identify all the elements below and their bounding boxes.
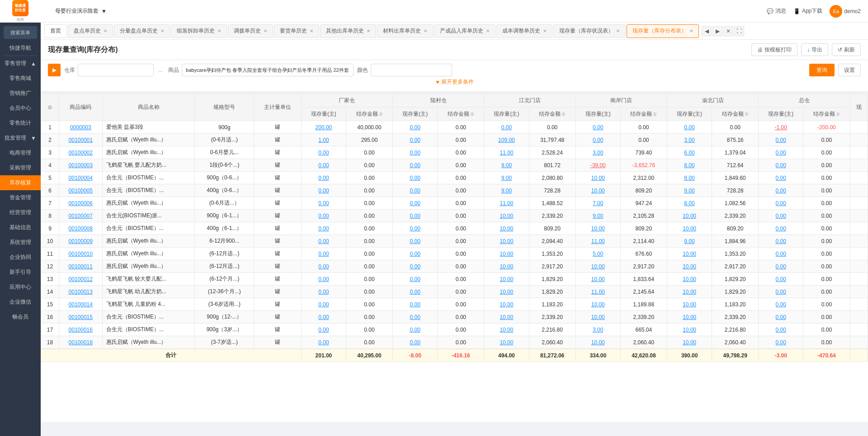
cell-w5-qty: 10.00 [667,210,712,222]
nav-tabs: 首页 盘点单历史 ✕ 分量盘点单历史 ✕ 组装拆卸单历史 ✕ 调拨单历史 ✕ 要… [41,23,868,40]
cell-current [850,235,868,248]
tab-pandian[interactable]: 盘点单历史 ✕ [68,24,113,38]
close-icon[interactable]: ✕ [104,28,107,33]
sidebar-item-label: 畅会员 [12,313,28,321]
close-icon[interactable]: ✕ [543,28,547,33]
color-label: 颜色 [357,66,368,74]
footer-w4-amt: 42,620.08 [620,349,667,362]
tab-cailiaochu[interactable]: 材料出库单历史 ✕ [377,24,433,38]
tab-yaoh[interactable]: 要货单历史 ✕ [274,24,319,38]
phone-icon: 📱 [793,8,800,14]
settings-button[interactable]: 设置 [838,64,861,76]
cell-total-qty: 0.00 [759,146,803,159]
th-unit: 主计量单位 [254,94,302,121]
tab-kucunfb[interactable]: 现存量（库存分布表） ✕ [627,24,699,38]
message-button[interactable]: 💬 消息 [767,7,786,15]
info-icon[interactable]: ① [745,112,749,117]
sidebar-item-changhyuan[interactable]: 畅会员 [0,309,41,324]
sidebar-item-xinshouyindao[interactable]: 新手引导 [0,265,41,280]
export-button[interactable]: ↓ 导出 [801,43,828,56]
sidebar-item-jichu[interactable]: 基础信息 [0,220,41,235]
cell-w1-qty: 0.00 [301,235,346,248]
sidebar-item-caigou[interactable]: 采购管理 [0,160,41,175]
cell-spec: 900g [195,121,254,134]
close-icon[interactable]: ✕ [310,28,313,33]
cell-w3-amt: 2,339.20 [529,210,576,222]
sidebar-item-xitong[interactable]: 系统管理 [0,235,41,250]
close-icon[interactable]: ✕ [486,28,490,33]
cell-code: 0000003 [59,121,103,134]
sidebar-item-pifa[interactable]: 批发管理 ▼ [0,131,41,145]
sidebar-item-lingshoul[interactable]: 零售管理 ▲ [0,56,41,71]
warehouse-input[interactable] [78,64,154,76]
search-button[interactable]: 搜索英单 [4,26,37,39]
tab-chengben[interactable]: 成本调整单历史 ✕ [496,24,552,38]
refresh-button[interactable]: ↺ 刷新 [832,43,861,56]
close-icon[interactable]: ✕ [217,28,221,33]
sidebar-item-jingying[interactable]: 经营管理 [0,205,41,220]
cell-w4-amt: 2,145.64 [620,286,667,298]
table-row: 18 00100018 惠氏启赋（Wyeth illu...） (3-7岁适..… [41,336,868,349]
sidebar-item-lingshoutj[interactable]: 零售统计 [0,116,41,131]
tab-home[interactable]: 首页 [44,24,67,38]
info-icon[interactable]: ① [836,112,840,117]
nav-expand-button[interactable]: ⛶ [734,26,744,36]
tab-chancheng[interactable]: 产成品入库单历史 ✕ [434,24,495,38]
close-icon[interactable]: ✕ [160,28,164,33]
nav-prev-button[interactable]: ◀ [702,26,712,36]
app-download-button[interactable]: 📱 App下载 [793,7,822,15]
close-icon[interactable]: ✕ [424,28,427,33]
cell-total-qty: 0.00 [759,336,803,349]
sidebar-item-qiyewx[interactable]: 企业微信 [0,295,41,309]
sidebar-item-label: 零售统计 [9,119,31,127]
tab-fenliang[interactable]: 分量盘点单历史 ✕ [114,24,170,38]
cell-spec: (3-7岁适...) [195,336,254,349]
sidebar-item-yingxiao[interactable]: 营销推广 [0,86,41,101]
close-icon[interactable]: ✕ [367,28,370,33]
close-icon[interactable]: ✕ [616,28,620,33]
info-icon[interactable]: ① [653,112,657,117]
cell-name: 惠氏启赋（Wyeth illu...） [102,235,195,248]
cell-w3-qty: 10.00 [484,336,529,349]
info-icon[interactable]: ① [561,112,566,117]
nav-close-all-button[interactable]: ✕ [723,26,733,36]
goods-input[interactable] [182,64,354,76]
cell-w1-qty: 0.00 [301,210,346,222]
tab-zuzhuang[interactable]: 组装拆卸单历史 ✕ [171,24,227,38]
industry-selector[interactable]: 母婴行业演示陈套 ▼ [55,7,107,15]
sidebar-item-qiyext[interactable]: 企业协同 [0,250,41,265]
close-icon[interactable]: ✕ [264,28,267,33]
color-input[interactable] [371,64,452,76]
cell-name: 合生元（BIOSTIME）... [102,184,195,197]
info-icon[interactable]: ① [379,112,383,117]
cell-total-amt: 0.00 [803,172,850,184]
sidebar-item-zijin[interactable]: 资金管理 [0,190,41,205]
expand-button[interactable]: ▼ 展开更多条件 [435,78,474,86]
cell-w4-amt: 739.40 [620,146,667,159]
info-icon[interactable]: ① [470,112,474,117]
print-button[interactable]: 🖨 按模板打印 [751,43,797,56]
sidebar-item-huiyuan[interactable]: 会员中心 [0,101,41,116]
cell-current [850,260,868,273]
tab-qitac[interactable]: 其他出库单历史 ✕ [320,24,376,38]
th-w1-qty: 现存量(主) [301,108,346,121]
cell-w2-amt: 0.00 [438,146,484,159]
tab-diaob[interactable]: 调拨单历史 ✕ [228,24,273,38]
sidebar-item-lingshous[interactable]: 零售商城 [0,71,41,86]
tab-kucunzk[interactable]: 现存量（库存状况表） ✕ [553,24,626,38]
query-button[interactable]: 查询 [809,64,835,76]
th-code: 商品编码 [59,94,103,121]
sidebar-item-yingyongzx[interactable]: 应用中心 [0,280,41,295]
cell-w1-qty: 0.00 [301,248,346,260]
sidebar-item-kucun[interactable]: 库存核算 [0,175,41,190]
settings-icon[interactable]: ⚙ [47,104,52,111]
sidebar-item-kuaijie[interactable]: 快捷导航 [0,41,41,56]
sidebar-item-dianshangl[interactable]: 电商管理 [0,145,41,160]
expand-label: 展开更多条件 [441,78,474,86]
cell-total-amt: 0.00 [803,273,850,286]
cell-w3-qty: 10.00 [484,298,529,311]
filter-expand-btn[interactable]: ▶ [48,64,61,76]
nav-next-button[interactable]: ▶ [712,26,722,36]
close-icon[interactable]: ✕ [689,28,693,33]
user-avatar-area[interactable]: Ea demo2 [830,5,861,18]
